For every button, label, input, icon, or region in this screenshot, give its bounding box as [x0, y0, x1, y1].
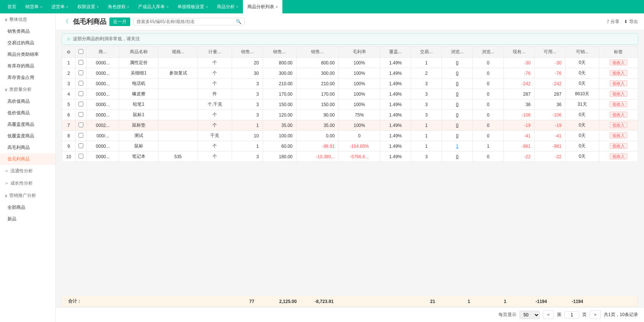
- td-coverage: 1.49%: [380, 131, 411, 141]
- td-checkbox: [76, 79, 87, 89]
- browse1-link[interactable]: 0: [456, 123, 459, 128]
- nav-analysis[interactable]: 商品分析 ×: [212, 0, 243, 13]
- nav-template[interactable]: 单据模板设置 ×: [173, 0, 212, 13]
- nav-template-close[interactable]: ×: [206, 5, 208, 9]
- period-button[interactable]: 近一月: [109, 17, 130, 26]
- td-tag: 低收入: [599, 99, 638, 110]
- sidebar-group-growth[interactable]: ＞ 成长性分析: [0, 177, 55, 189]
- nav-role[interactable]: 角色授权 ×: [103, 0, 134, 13]
- th-sales-profit[interactable]: 销售...: [297, 47, 339, 58]
- browse1-link[interactable]: 0: [456, 133, 459, 138]
- prev-page-button[interactable]: ＜: [543, 310, 554, 319]
- td-code: 0000...: [87, 152, 119, 162]
- td-checkbox: [76, 68, 87, 79]
- search-icon[interactable]: 🔍: [236, 19, 241, 24]
- th-spec[interactable]: 规格...: [158, 47, 198, 58]
- row-checkbox[interactable]: [79, 60, 83, 65]
- sidebar-item-low-coverage[interactable]: 低覆盖度商品: [0, 130, 55, 142]
- td-available: -106: [535, 110, 565, 120]
- th-code[interactable]: 商...: [87, 47, 119, 58]
- nav-home[interactable]: 首页: [3, 0, 21, 13]
- share-button[interactable]: ⤴ 分享: [607, 19, 619, 25]
- nav-analysis-list-close[interactable]: ×: [276, 5, 278, 9]
- sidebar-item-high-coverage[interactable]: 高覆盖度商品: [0, 119, 55, 130]
- row-checkbox[interactable]: [79, 102, 83, 106]
- th-transactions[interactable]: 交易...: [411, 47, 442, 58]
- td-transactions: 3: [411, 152, 442, 162]
- export-button[interactable]: ⬇ 导出: [624, 19, 638, 25]
- search-input[interactable]: [137, 19, 236, 24]
- td-browse1: 0: [442, 110, 473, 120]
- select-all-checkbox[interactable]: [79, 49, 83, 54]
- nav-sales-close[interactable]: ×: [40, 5, 42, 9]
- td-browse1: 0: [442, 120, 473, 131]
- row-checkbox[interactable]: [79, 133, 83, 138]
- sidebar-item-category-rate[interactable]: 商品分类助销率: [0, 49, 55, 60]
- td-saleable: 0天: [565, 131, 599, 141]
- th-unit[interactable]: 计量...: [198, 47, 232, 58]
- td-sales-qty: 3: [232, 79, 263, 89]
- browse1-link[interactable]: 0: [456, 112, 459, 118]
- th-saleable[interactable]: 可销...: [565, 47, 599, 58]
- browse1-link[interactable]: 0: [456, 102, 459, 107]
- sidebar-item-new-products[interactable]: 新品: [0, 213, 55, 225]
- th-coverage[interactable]: 覆盖...: [380, 47, 411, 58]
- sidebar-item-low-margin[interactable]: 低毛利商品: [0, 153, 55, 165]
- nav-permission[interactable]: 权限设置 ×: [73, 0, 103, 13]
- sidebar-item-all-products[interactable]: 全部商品: [0, 202, 55, 213]
- row-checkbox[interactable]: [79, 143, 83, 148]
- nav-role-close[interactable]: ×: [127, 5, 129, 9]
- th-gross-rate[interactable]: 毛利率: [339, 47, 380, 58]
- nav-purchase[interactable]: 进货单 ×: [47, 0, 73, 13]
- td-sales-amt: 120.00: [263, 110, 297, 120]
- browse1-link[interactable]: 0: [456, 92, 459, 97]
- nav-analysis-close[interactable]: ×: [236, 5, 238, 9]
- footer-browse1: 1: [451, 299, 487, 304]
- collapse-sidebar-btn[interactable]: 《: [62, 18, 70, 25]
- per-page-select[interactable]: 50 20 100: [519, 311, 540, 319]
- page-input[interactable]: [564, 311, 579, 319]
- nav-product-in-close[interactable]: ×: [166, 5, 169, 9]
- browse1-link[interactable]: 0: [456, 60, 459, 66]
- th-sales-amt[interactable]: 销售...: [263, 47, 297, 58]
- sidebar-item-sales-products[interactable]: 销售类商品: [0, 26, 55, 37]
- browse1-link[interactable]: 0: [456, 154, 459, 159]
- row-checkbox[interactable]: [79, 154, 83, 159]
- row-checkbox[interactable]: [79, 81, 83, 86]
- th-name[interactable]: 商品名称: [119, 47, 158, 58]
- sidebar-item-low-value[interactable]: 低价值商品: [0, 107, 55, 119]
- browse1-link[interactable]: 0: [456, 71, 459, 76]
- nav-sales[interactable]: 销货单 ×: [21, 0, 47, 13]
- td-gross-rate: 100%: [339, 99, 380, 110]
- sidebar-group-overall[interactable]: ∨ 整体信息: [0, 13, 55, 26]
- td-transactions: 3: [411, 89, 442, 99]
- sidebar-item-high-margin[interactable]: 高毛利商品: [0, 142, 55, 153]
- th-browse2[interactable]: 浏览...: [473, 47, 504, 58]
- next-page-button[interactable]: ＞: [590, 310, 601, 319]
- sidebar-group-overall-label: 整体信息: [9, 16, 27, 23]
- th-settings[interactable]: ⚙: [62, 47, 76, 58]
- th-available[interactable]: 可用...: [535, 47, 565, 58]
- nav-purchase-close[interactable]: ×: [66, 5, 68, 9]
- row-checkbox[interactable]: [79, 70, 83, 75]
- browse1-link[interactable]: 1: [456, 144, 459, 149]
- row-checkbox[interactable]: [79, 112, 83, 117]
- sidebar-item-traded-products[interactable]: 交易过的商品: [0, 37, 55, 49]
- td-no: 4: [62, 89, 76, 99]
- row-checkbox[interactable]: [79, 122, 83, 127]
- sidebar-group-circulation[interactable]: ＞ 流通性分析: [0, 165, 55, 177]
- nav-analysis-list[interactable]: 商品分析列表 ×: [243, 0, 282, 13]
- sidebar-group-marketing[interactable]: ∨ 营销推广分析: [0, 189, 55, 202]
- sidebar-item-high-value[interactable]: 高价值商品: [0, 96, 55, 107]
- th-sales-qty[interactable]: 销售...: [232, 47, 263, 58]
- th-stock[interactable]: 现有...: [504, 47, 535, 58]
- sidebar-item-stocked[interactable]: 有库存的商品: [0, 60, 55, 72]
- browse1-link[interactable]: 0: [456, 81, 459, 86]
- th-browse1[interactable]: 浏览...: [442, 47, 473, 58]
- sidebar-item-capital[interactable]: 库存资金占用: [0, 72, 55, 83]
- row-checkbox[interactable]: [79, 91, 83, 96]
- nav-permission-close[interactable]: ×: [97, 5, 99, 9]
- nav-product-in[interactable]: 产成品入库单 ×: [134, 0, 173, 13]
- td-name: 鼠标垫: [119, 120, 158, 131]
- sidebar-group-cluster[interactable]: ∨ 类群量分析: [0, 83, 55, 96]
